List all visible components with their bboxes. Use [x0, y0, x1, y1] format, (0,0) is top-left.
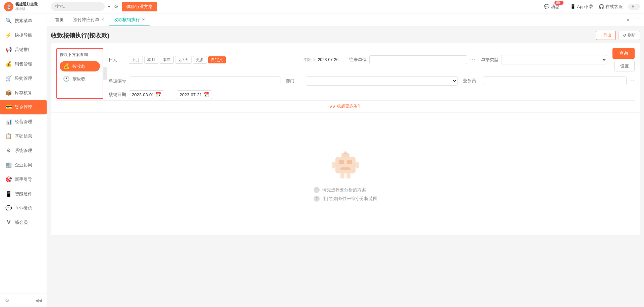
tab-close-all-icon[interactable]: ✕: [625, 16, 631, 24]
sidebar-item-operations[interactable]: 📊 经营管理: [0, 114, 47, 129]
tab-home-label: 首页: [55, 17, 64, 23]
filter-panel: 按以下方案查询 💰 按收款 🕐 按应收 ‹: [56, 48, 635, 99]
mobile-icon: 📱: [570, 4, 576, 9]
sidebar-item-inventory[interactable]: 📦 库存核算: [0, 86, 47, 100]
settings-form-btn[interactable]: 设置: [614, 61, 635, 71]
receivable-icon: 🕐: [63, 75, 70, 82]
sidebar-item-sales[interactable]: 💰 销售管理: [0, 57, 47, 71]
staff-input[interactable]: [483, 76, 627, 85]
dept-select[interactable]: [306, 76, 458, 86]
sidebar-settings-icon[interactable]: ⚙: [5, 297, 9, 304]
write-off-start-picker[interactable]: 2023-03-01 📅: [129, 90, 164, 99]
user-profile[interactable]: Rit: [628, 4, 640, 10]
export-label: 导出: [603, 33, 611, 38]
staff-field: 业务员 ···: [463, 76, 635, 85]
sidebar-label-system: 系统管理: [15, 148, 32, 154]
sidebar-item-vip[interactable]: V 畅会员: [0, 215, 47, 229]
sidebar-item-finance[interactable]: 💳 资金管理: [0, 100, 47, 114]
message-btn[interactable]: 💬 消息 99+: [544, 4, 559, 10]
sidebar-item-system[interactable]: ⚙ 系统管理: [0, 143, 47, 158]
staff-dots-btn[interactable]: ···: [629, 78, 635, 84]
write-off-end-picker[interactable]: 2023-07-21 📅: [177, 90, 212, 99]
sales-icon: 💰: [5, 61, 12, 67]
sidebar-collapse-icon[interactable]: ◀◀: [35, 298, 42, 303]
sidebar-label-search: 搜索菜单: [15, 18, 32, 24]
online-service-label: 在线客服: [605, 4, 623, 10]
tab-bar: 首页 预付冲应付单 ✕ 收款核销执行 ✕ ✕ ⛶: [47, 13, 644, 27]
empty-illustration: [329, 147, 362, 180]
partner-label: 往来单位: [349, 57, 367, 63]
marketing-icon: 📢: [5, 46, 12, 53]
filter-row-3: 核销日期 2023-03-01 📅 — 2023-07-21 📅: [109, 90, 635, 99]
sidebar-label-sales: 销售管理: [15, 61, 32, 67]
filter-panel-wrapper: 按以下方案查询 💰 按收款 🕐 按应收 ‹: [51, 43, 640, 112]
dropdown-chevron-icon[interactable]: ▾: [108, 4, 110, 9]
wechat-icon: 💬: [5, 205, 12, 211]
date-btn-this-year[interactable]: 本年: [160, 56, 174, 64]
tab-home[interactable]: 首页: [50, 14, 68, 26]
sidebar-item-purchase[interactable]: 🛒 采购管理: [0, 71, 47, 86]
date-btn-7days[interactable]: 近7天: [175, 56, 192, 64]
collapse-more-btn[interactable]: ∧∧ 收起更多条件: [330, 103, 361, 109]
sidebar-item-enterprise[interactable]: 🏢 企业协同: [0, 158, 47, 172]
voucher-type-select[interactable]: [501, 55, 607, 64]
message-badge: 99+: [554, 1, 564, 5]
sidebar-item-quick-nav[interactable]: ⚡ 快捷导航: [0, 28, 47, 42]
sidebar-label-inventory: 库存核算: [15, 90, 32, 96]
tab-receivable[interactable]: 收款核销执行 ✕: [109, 14, 150, 26]
top-bar-center: 搜索... ▾ ⚙ 体验行业方案: [51, 2, 544, 11]
sidebar-item-wechat[interactable]: 💬 企业微信: [0, 201, 47, 215]
tab-expand-icon[interactable]: ⛶: [633, 16, 641, 24]
svg-rect-2: [347, 160, 352, 164]
date-btn-last-month[interactable]: 上月: [129, 56, 143, 64]
sidebar-label-smart-hw: 智能硬件: [15, 191, 32, 197]
staff-label: 业务员: [463, 78, 480, 84]
settings-icon[interactable]: ⚙: [114, 3, 118, 10]
search-bar[interactable]: 搜索...: [51, 2, 105, 11]
write-off-date-label: 核销日期: [109, 92, 126, 98]
sidebar-item-guide[interactable]: 🎯 新手引导: [0, 172, 47, 187]
page-header: 收款核销执行(按收款) ↑ 导出 ↺ 刷新: [51, 31, 640, 40]
tab-prepay-close[interactable]: ✕: [101, 17, 104, 22]
online-service-btn[interactable]: 🎧 在线客服: [599, 4, 623, 10]
write-off-end-value: 2023-07-21: [180, 92, 202, 97]
export-btn[interactable]: ↑ 导出: [596, 31, 616, 40]
app-download-btn[interactable]: 📱 App下载: [570, 4, 593, 10]
sidebar-item-basic-info[interactable]: 📋 基础信息: [0, 129, 47, 143]
tab-receivable-close[interactable]: ✕: [142, 17, 145, 22]
date-btn-more[interactable]: 更多: [193, 56, 207, 64]
date-custom-tag[interactable]: 自定义: [208, 56, 226, 63]
sidebar-label-purchase: 采购管理: [15, 75, 32, 82]
calendar-start-icon: 📅: [156, 92, 161, 97]
svg-rect-1: [339, 160, 344, 164]
date-to-separator: 至: [312, 57, 317, 63]
date-label: 日期: [109, 57, 126, 63]
write-off-date-field: 核销日期 2023-03-01 📅 — 2023-07-21 📅: [109, 90, 212, 99]
sidebar-item-search[interactable]: 🔍 搜索菜单: [0, 13, 47, 28]
filter-option-by-receipt[interactable]: 💰 按收款: [60, 61, 100, 71]
filter-form: 日期 上月 本月 本年 近7天 更多 自定义: [109, 48, 635, 99]
query-btn[interactable]: 查询: [612, 48, 635, 59]
top-bar: 🐰 畅捷通好生意 标准版 搜索... ▾ ⚙ 体验行业方案 💬 消息 99+ 📱…: [0, 0, 644, 13]
logo-icon: 🐰: [4, 2, 13, 11]
voucher-num-label: 单据编号: [109, 78, 126, 84]
refresh-btn[interactable]: ↺ 刷新: [619, 31, 640, 40]
sidebar-item-smart-hw[interactable]: 📱 智能硬件: [0, 187, 47, 201]
filter-sidebar-collapse-btn[interactable]: ‹: [103, 67, 107, 80]
date-btn-this-month[interactable]: 本月: [144, 56, 158, 64]
empty-tip-1: 1 请先选择要分析的方案: [314, 187, 377, 193]
sidebar-label-guide: 新手引导: [15, 176, 32, 183]
industry-btn[interactable]: 体验行业方案: [122, 2, 157, 11]
logo-badge: 标准版: [15, 7, 38, 11]
voucher-type-label: 单据类型: [481, 57, 498, 63]
partner-input[interactable]: [369, 55, 467, 64]
sidebar-label-operations: 经营管理: [15, 119, 32, 125]
logo-area: 🐰 畅捷通好生意 标准版: [4, 2, 51, 11]
tab-prepay[interactable]: 预付冲应付单 ✕: [68, 14, 109, 26]
sidebar-item-marketing[interactable]: 📢 营销推广: [0, 42, 47, 57]
filter-option-by-receivable[interactable]: 🕐 按应收: [60, 73, 100, 84]
partner-dots-btn[interactable]: ···: [470, 57, 475, 63]
search-nav-icon: 🔍: [5, 17, 12, 24]
voucher-type-field: 单据类型: [481, 55, 607, 64]
voucher-num-input[interactable]: [129, 76, 280, 85]
